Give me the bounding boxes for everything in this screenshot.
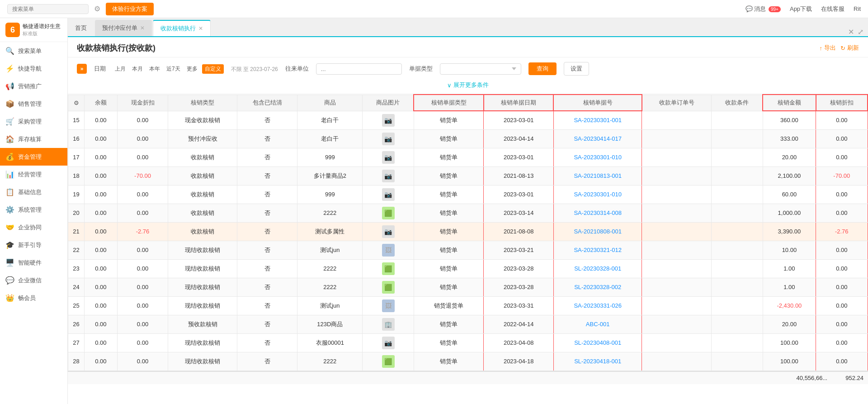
sidebar-item-system[interactable]: ⚙️ 系统管理 — [0, 201, 67, 219]
write-off-amt-cell: 3,390.00 — [763, 222, 816, 241]
sidebar-item-guide[interactable]: 🎓 新手引导 — [0, 236, 67, 254]
sidebar-item-label: 新手引导 — [18, 241, 42, 249]
sidebar-item-collab[interactable]: 🤝 企业协同 — [0, 219, 67, 236]
app-download-btn[interactable]: App下载 — [790, 5, 812, 13]
bill-no-link[interactable]: SA-20230314-008 — [574, 209, 622, 216]
bill-no-link[interactable]: SL-20230418-001 — [574, 358, 621, 365]
settings-icon[interactable]: ⚙ — [94, 5, 100, 13]
bill-no-link[interactable]: SA-20230301-010 — [574, 191, 622, 198]
sidebar-item-purchase[interactable]: 🛒 采购管理 — [0, 113, 67, 130]
inventory-icon: 🏠 — [5, 135, 14, 143]
bill-no-link[interactable]: ABC-001 — [586, 321, 610, 328]
include-settled-cell: 否 — [237, 129, 297, 148]
message-badge: 99+ — [769, 6, 781, 12]
date-filter-label: 日期 — [94, 65, 106, 73]
date-opt-this-year[interactable]: 本年 — [147, 64, 162, 74]
bill-no-link[interactable]: SA-20230414-017 — [574, 135, 622, 142]
receipt-cond-cell — [712, 148, 763, 166]
col-include-settled: 包含已结清 — [237, 95, 297, 111]
tab-prepayment[interactable]: 预付冲应付单 ✕ — [95, 20, 152, 36]
table-container[interactable]: ⚙ 余额 现金折扣 核销类型 包含已结清 商品 商品图片 核销单据类型 核销单据… — [68, 94, 868, 404]
message-btn[interactable]: 💬 消息 99+ — [745, 5, 781, 13]
date-opt-more[interactable]: 更多 — [185, 64, 199, 74]
bill-no-link[interactable]: SA-20230331-026 — [574, 302, 622, 309]
close-window-icon[interactable]: ✕ — [848, 28, 854, 36]
bill-no-link[interactable]: SA-20210808-001 — [574, 228, 622, 235]
sidebar-item-operations[interactable]: 📊 经营管理 — [0, 166, 67, 183]
date-custom-button[interactable]: 自定义 — [202, 64, 224, 74]
col-goods: 商品 — [297, 95, 363, 111]
date-opt-this-month[interactable]: 本月 — [130, 64, 145, 74]
receipt-cond-cell — [712, 315, 763, 333]
filter-expand-button[interactable]: » — [77, 64, 87, 74]
write-off-amt-cell: 360.00 — [763, 111, 816, 129]
sidebar-item-inventory[interactable]: 🏠 库存核算 — [0, 130, 67, 148]
bill-no-link[interactable]: SA-20230321-012 — [574, 247, 622, 253]
receipt-order-cell — [642, 241, 712, 259]
query-button[interactable]: 查询 — [528, 62, 557, 75]
write-off-type-cell: 收款核销 — [168, 222, 237, 241]
top-search-input[interactable] — [7, 4, 89, 14]
brand-sub: 标准版 — [23, 30, 61, 37]
bill-no-link[interactable]: SA-20230301-001 — [574, 117, 622, 124]
include-settled-cell: 否 — [237, 278, 297, 296]
maximize-icon[interactable]: ⤢ — [858, 28, 863, 36]
bill-date-cell: 2023-03-31 — [484, 296, 554, 315]
bill-date-cell: 2023-03-28 — [484, 278, 554, 296]
sidebar-item-member[interactable]: 👑 畅会员 — [0, 289, 67, 307]
bill-no-cell: SA-20230331-026 — [553, 296, 642, 315]
tab1-close-icon[interactable]: ✕ — [140, 25, 145, 31]
balance-cell: 0.00 — [85, 129, 118, 148]
export-button[interactable]: ↑ 导出 — [820, 44, 836, 52]
write-off-discount-cell: -2.76 — [816, 222, 868, 241]
bill-no-link[interactable]: SA-20230301-010 — [574, 154, 622, 161]
bill-type-cell: 销货单 — [414, 315, 484, 333]
table-settings-button[interactable]: 设置 — [564, 62, 589, 76]
sidebar-item-finance[interactable]: 💰 资金管理 — [0, 148, 67, 166]
bill-no-link[interactable]: SL-20230328-001 — [574, 265, 621, 272]
bill-no-link[interactable]: SL-20230408-001 — [574, 339, 621, 346]
write-off-type-cell: 收款核销 — [168, 148, 237, 166]
sidebar-item-marketing[interactable]: 📢 营销推广 — [0, 77, 67, 95]
cash-discount-cell: 0.00 — [117, 148, 168, 166]
write-off-discount-cell: 0.00 — [816, 259, 868, 278]
balance-cell: 0.00 — [85, 111, 118, 129]
seq-cell: 24 — [68, 278, 85, 296]
tab-home[interactable]: 首页 — [68, 20, 94, 36]
expand-more-button[interactable]: ∨ 展开更多条件 — [447, 81, 489, 89]
col-settings[interactable]: ⚙ — [68, 95, 85, 111]
bill-no-link[interactable]: SA-20210813-001 — [574, 172, 622, 179]
write-off-amt-cell: 10.00 — [763, 241, 816, 259]
col-write-off-type: 核销类型 — [168, 95, 237, 111]
date-opt-7days[interactable]: 近7天 — [165, 64, 182, 74]
brand-name: 畅捷通谱好生意 — [23, 23, 61, 30]
cash-discount-cell: 0.00 — [117, 185, 168, 204]
seq-cell: 22 — [68, 241, 85, 259]
guide-icon: 🎓 — [5, 241, 14, 249]
bill-no-cell: SA-20230301-010 — [553, 185, 642, 204]
solution-button[interactable]: 体验行业方案 — [106, 3, 154, 15]
sidebar-item-search[interactable]: 🔍 搜索菜单 — [0, 42, 67, 60]
sidebar-item-sales[interactable]: 📦 销售管理 — [0, 95, 67, 113]
sidebar-item-quicknav[interactable]: ⚡ 快捷导航 — [0, 60, 67, 77]
include-settled-cell: 否 — [237, 204, 297, 222]
goods-img-cell: 📷 — [363, 166, 414, 185]
bill-no-link[interactable]: SL-20230328-002 — [574, 284, 621, 290]
sidebar-item-basic-info[interactable]: 📋 基础信息 — [0, 183, 67, 201]
date-opt-last-month[interactable]: 上月 — [113, 64, 127, 74]
include-settled-cell: 否 — [237, 111, 297, 129]
sidebar-item-wechat[interactable]: 💬 企业微信 — [0, 271, 67, 289]
table-header-row: ⚙ 余额 现金折扣 核销类型 包含已结清 商品 商品图片 核销单据类型 核销单据… — [68, 95, 868, 111]
sidebar-item-hardware[interactable]: 🖥️ 智能硬件 — [0, 254, 67, 271]
tab2-close-icon[interactable]: ✕ — [198, 25, 203, 32]
refresh-button[interactable]: ↻ 刷新 — [840, 44, 859, 52]
tab-write-off[interactable]: 收款核销执行 ✕ — [153, 20, 211, 36]
from-unit-input[interactable] — [316, 63, 402, 75]
filter-bar: » 日期 上月 本月 本年 近7天 更多 自定义 不限 至 2023-07-26… — [68, 57, 868, 94]
sidebar-item-label: 采购管理 — [18, 118, 42, 126]
online-service-btn[interactable]: 在线客服 — [821, 5, 844, 13]
bill-type-select[interactable] — [440, 63, 521, 75]
bill-type-cell: 销货单 — [414, 185, 484, 204]
table-row: 220.000.00现结收款核销否测试jun🖼销货单2023-03-21SA-2… — [68, 241, 868, 259]
from-unit-label: 往来单位 — [285, 65, 309, 73]
